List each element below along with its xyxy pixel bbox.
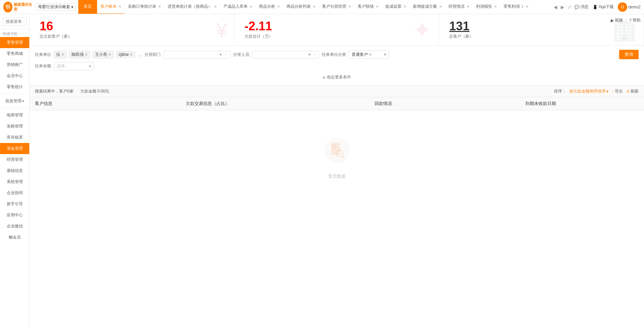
close-tab-stock-in-stats[interactable]: ✕ bbox=[214, 5, 217, 8]
close-tab-business-situation[interactable]: ✕ bbox=[467, 5, 469, 8]
tab-customer-account[interactable]: 客户账本 ✕ bbox=[97, 0, 125, 14]
sidebar: 快捷导航 零售管理 零售商城 营销推广 会员中心 零售统计 批发管理 ▾ 电商管… bbox=[0, 14, 30, 325]
sidebar-item-finance[interactable]: 资金管理 bbox=[0, 143, 29, 154]
sidebar-item-system-mgmt[interactable]: 系统管理 bbox=[0, 176, 29, 187]
stat-credit-total-value: -2.11 bbox=[245, 20, 429, 32]
sidebar-item-new-guide[interactable]: 新手引导 bbox=[0, 198, 29, 210]
avatar: D bbox=[618, 2, 627, 12]
sidebar-item-batch-mgmt[interactable]: 批发管理 ▾ bbox=[0, 96, 29, 107]
dept-label: 分管部门 bbox=[144, 52, 161, 58]
refresh-button[interactable]: ↺ 刷新 bbox=[626, 88, 639, 94]
sidebar-item-ecommerce[interactable]: 电商管理 bbox=[0, 110, 29, 121]
close-tab-customer-account[interactable]: ✕ bbox=[119, 5, 121, 8]
tab-raise-settings[interactable]: 提成设置 ✕ bbox=[382, 0, 410, 14]
sidebar-item-zero-mall[interactable]: 零售商城 bbox=[0, 48, 29, 59]
stat-credit-total-label: 欠款合计（万） bbox=[245, 34, 429, 39]
sort-area: 排序： 按欠款金额倒序排序 ▾ ↑ 导出 ↺ 刷新 bbox=[554, 88, 639, 94]
stat-total-customers-value: 131 bbox=[449, 20, 634, 32]
message-button[interactable]: 💬 消息 bbox=[574, 4, 589, 10]
help-button[interactable]: ? 帮助 bbox=[629, 17, 641, 23]
tab-new-raise-plan[interactable]: 新增提成方案 ✕ bbox=[410, 0, 445, 14]
svg-rect-3 bbox=[332, 147, 338, 147]
nav-tabs: 首页 客户账本 ✕ 采购订单统计表 ✕ 进货单统计表（按商品） ✕ 产成品入库单… bbox=[78, 0, 551, 14]
person-select[interactable]: ▾ ··· bbox=[252, 51, 319, 59]
dept-select[interactable]: ▾ ··· bbox=[163, 51, 230, 59]
export-button[interactable]: ↑ 导出 bbox=[612, 88, 623, 94]
remove-tag-3[interactable]: ✕ bbox=[108, 52, 111, 57]
remainder-select[interactable]: 选择... ▾ bbox=[54, 62, 94, 70]
sidebar-item-business-mgmt[interactable]: 经营管理 bbox=[0, 154, 29, 165]
sidebar-item-retail-stats[interactable]: 零售统计 bbox=[0, 81, 29, 93]
nav-next-button[interactable]: ▶ bbox=[559, 4, 566, 10]
top-bar: 畅 畅捷通好生意 母婴行业演示账套 ▾ 首页 客户账本 ✕ 采购订单统计表 ✕ … bbox=[0, 0, 644, 14]
stat-credit-customers-label: 总欠款客户（家） bbox=[40, 34, 224, 39]
unit-class-select[interactable]: 普通客户 ✕ ▾ bbox=[349, 50, 389, 59]
sidebar-item-member-center[interactable]: 会员中心 bbox=[0, 70, 29, 81]
tab-stock-in-stats[interactable]: 进货单统计表（按商品） ✕ bbox=[164, 0, 220, 14]
tab-retail-profit[interactable]: 零售利润（ ✕ bbox=[500, 0, 532, 14]
query-button[interactable]: 查询 bbox=[619, 50, 639, 59]
nav-prev-button[interactable]: ◀ bbox=[552, 4, 559, 10]
collapse-button[interactable]: ∧ 收起更多条件 bbox=[35, 73, 639, 81]
tab-home[interactable]: 首页 bbox=[78, 0, 97, 14]
video-button[interactable]: ▶ 视频 bbox=[611, 17, 623, 23]
sidebar-item-inventory[interactable]: 库存核算 bbox=[0, 132, 29, 143]
app-download-button[interactable]: 📱 App下载 bbox=[593, 4, 614, 10]
message-icon: 💬 bbox=[574, 5, 579, 9]
close-tab-customer-tier[interactable]: ✕ bbox=[348, 5, 351, 8]
remove-unit-class-tag[interactable]: ✕ bbox=[369, 52, 372, 57]
close-tab-customer-contact[interactable]: ✕ bbox=[376, 5, 379, 8]
filter-area: 往来单位 伍 ✕ 陈民强 ✕ 王小亮 ✕ cjttcw ✕ ... bbox=[30, 46, 644, 86]
nav-fullscreen-button[interactable]: ⤢ bbox=[566, 4, 573, 10]
sidebar-item-purchase[interactable]: 采购管理 bbox=[0, 121, 29, 132]
tab-goods-analysis-list[interactable]: 商品分析列表 ✕ bbox=[283, 0, 319, 14]
sort-arrow-icon: ▾ bbox=[606, 89, 608, 94]
close-tab-raise-settings[interactable]: ✕ bbox=[403, 5, 406, 8]
user-profile-button[interactable]: D demo2 bbox=[618, 2, 641, 12]
sidebar-item-vip-member[interactable]: 畅会员 bbox=[0, 232, 29, 243]
sidebar-item-enterprise-collab[interactable]: 企业协同 bbox=[0, 187, 29, 198]
company-selector[interactable]: 母婴行业演示账套 ▾ bbox=[36, 3, 76, 11]
close-tab-purchase-order-stats[interactable]: ✕ bbox=[158, 5, 161, 8]
remove-tag-1[interactable]: ✕ bbox=[61, 52, 64, 57]
tab-profit-report[interactable]: 利润报告 ✕ bbox=[473, 0, 500, 14]
tab-goods-analysis[interactable]: 商品分析 ✕ bbox=[256, 0, 283, 14]
empty-icon bbox=[324, 137, 350, 169]
close-tab-profit-report[interactable]: ✕ bbox=[494, 5, 497, 8]
tab-product-in[interactable]: 产成品入库单 ✕ bbox=[220, 0, 256, 14]
sidebar-item-basic-info[interactable]: 基础信息 bbox=[0, 165, 29, 176]
search-input[interactable] bbox=[3, 17, 27, 26]
filter-tag-2[interactable]: 陈民强 ✕ bbox=[69, 51, 90, 59]
sort-select[interactable]: 按欠款金额倒序排序 ▾ bbox=[569, 88, 608, 94]
remove-tag-4[interactable]: ✕ bbox=[130, 52, 133, 57]
tab-customer-tier[interactable]: 客户分层经营 ✕ bbox=[319, 0, 354, 14]
col-credit-trade-info: 欠款交易信息（占比） bbox=[186, 101, 375, 107]
tab-purchase-order-stats[interactable]: 采购订单统计表 ✕ bbox=[125, 0, 164, 14]
close-tab-goods-analysis-list[interactable]: ✕ bbox=[313, 5, 315, 8]
filter-row-1: 往来单位 伍 ✕ 陈民强 ✕ 王小亮 ✕ cjttcw ✕ ... bbox=[35, 50, 639, 59]
unit-class-label: 往来单位分类 bbox=[322, 52, 346, 58]
sidebar-item-zero-sale[interactable]: 零售管理 bbox=[0, 37, 29, 48]
filter-more-tags[interactable]: ... bbox=[138, 52, 142, 57]
collapse-area: ∧ 收起更多条件 bbox=[35, 73, 639, 81]
unit-class-arrow: ▾ bbox=[384, 52, 386, 57]
tab-customer-contact[interactable]: 客户联络 ✕ bbox=[354, 0, 382, 14]
video-icon: ▶ bbox=[611, 18, 614, 23]
tab-business-situation[interactable]: 经营情况 ✕ bbox=[445, 0, 473, 14]
sidebar-item-marketing[interactable]: 营销推广 bbox=[0, 59, 29, 70]
app-download-icon: 📱 bbox=[593, 5, 598, 9]
close-tab-goods-analysis[interactable]: ✕ bbox=[277, 5, 280, 8]
logo-area: 畅 畅捷通好生意 bbox=[3, 2, 33, 12]
stats-row: ¥ 16 总欠款客户（家） ✦ -2.11 欠款合计（万） 🏢 131 总客户（… bbox=[30, 14, 644, 46]
sidebar-item-enterprise-wechat[interactable]: 企业微信 bbox=[0, 221, 29, 232]
close-tab-new-raise-plan[interactable]: ✕ bbox=[439, 5, 442, 8]
filter-tag-4[interactable]: cjttcw ✕ bbox=[116, 51, 135, 58]
close-tab-product-in[interactable]: ✕ bbox=[250, 5, 252, 8]
help-icon: ? bbox=[629, 18, 632, 23]
search-result-bar: 搜索结果中，客户0家 欠款金额 0.00元 排序： 按欠款金额倒序排序 ▾ ↑ … bbox=[30, 86, 644, 97]
remove-tag-2[interactable]: ✕ bbox=[85, 52, 88, 57]
sidebar-item-app-center[interactable]: 应用中心 bbox=[0, 210, 29, 221]
filter-tag-3[interactable]: 王小亮 ✕ bbox=[93, 51, 114, 59]
filter-tag-1[interactable]: 伍 ✕ bbox=[54, 51, 67, 59]
close-tab-retail-profit[interactable]: ✕ bbox=[526, 5, 528, 8]
